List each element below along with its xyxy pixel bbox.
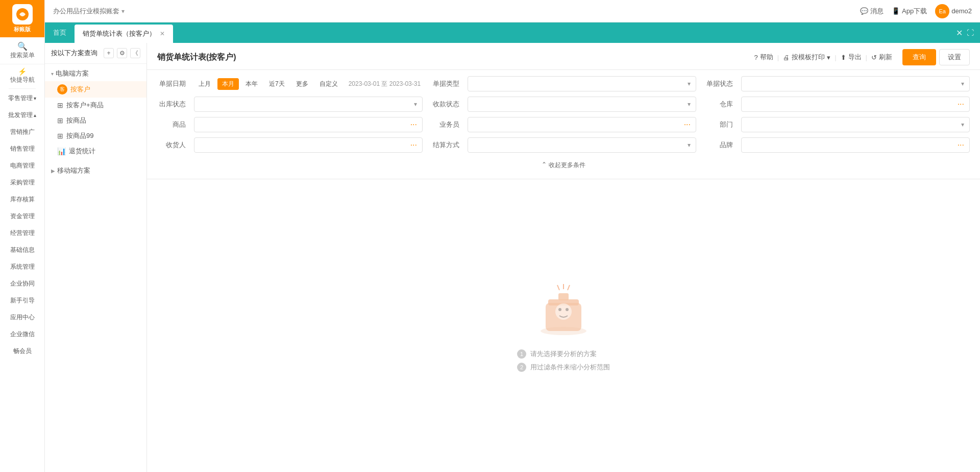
sidebar-item-enterprise[interactable]: 企业协同: [0, 275, 44, 292]
receiver-select[interactable]: ···: [194, 137, 423, 153]
dots-icon[interactable]: ···: [410, 140, 417, 150]
brand-select[interactable]: ···: [741, 137, 970, 153]
receiver-label: 收货人: [157, 140, 186, 150]
scheme-item-by-product[interactable]: ⊞ 按商品: [45, 113, 146, 128]
svg-rect-7: [558, 293, 569, 300]
sidebar-item-ecommerce[interactable]: 电商管理: [0, 157, 44, 174]
scheme-header-actions: + ⚙ 《: [104, 48, 140, 58]
logo-icon: [12, 4, 33, 25]
filter-row-2: 出库状态 ▾ 收款状态 ▾ 仓库: [157, 97, 970, 112]
help-icon: ?: [754, 54, 758, 61]
sidebar-item-retail[interactable]: 零售管理 ▾: [0, 90, 44, 107]
product-label: 商品: [157, 120, 186, 129]
page-header-actions: ? 帮助 | 🖨 按模板打印 ▾ | ⬆ 导出 |: [754, 49, 970, 65]
warehouse-select[interactable]: ···: [741, 97, 970, 112]
dots-icon[interactable]: ···: [958, 100, 964, 109]
settings-button[interactable]: 设置: [939, 49, 970, 65]
brand-label: 品牌: [704, 140, 733, 150]
scheme-add-button[interactable]: +: [104, 48, 114, 58]
date-shortcuts: 上月 本月 本年 近7天 更多 自定义 2023-03-01 至 2023-03…: [194, 78, 421, 90]
tab-close-icon[interactable]: ✕: [160, 30, 165, 37]
sidebar-item-operation[interactable]: 经营管理: [0, 225, 44, 242]
refresh-button[interactable]: ↺ 刷新: [871, 53, 892, 62]
chevron-down-icon: ▾: [961, 80, 964, 87]
collect-status-label: 收款状态: [431, 100, 459, 109]
order-status-select[interactable]: ▾: [741, 76, 970, 91]
sidebar-quicknav[interactable]: ⚡ 快捷导航: [0, 64, 44, 87]
sidebar-item-sales[interactable]: 销售管理: [0, 140, 44, 157]
chevron-down-icon: ▾: [688, 141, 691, 149]
chevron-up-icon: ⌃: [542, 161, 547, 170]
scheme-desktop-title[interactable]: ▾ 电脑端方案: [45, 66, 146, 81]
tab-sales-stat[interactable]: 销货单统计表（按客户） ✕: [75, 25, 173, 43]
sidebar-logo[interactable]: 标账版: [0, 0, 44, 37]
filter-row-1: 单据日期 上月 本月 本年 近7天 更多 自定义 2023-03-01 至 20…: [157, 76, 970, 91]
date-shortcut-more[interactable]: 更多: [291, 78, 313, 90]
export-icon: ⬆: [841, 54, 846, 61]
sidebar-item-system[interactable]: 系统管理: [0, 258, 44, 275]
date-shortcut-last-month[interactable]: 上月: [194, 78, 215, 90]
date-shortcut-custom[interactable]: 自定义: [315, 78, 342, 90]
scheme-item-by-customer[interactable]: 客 按客户: [45, 81, 146, 98]
scheme-mobile-title[interactable]: ▶ 移动端方案: [45, 163, 146, 178]
chevron-down-icon: ▾: [414, 101, 417, 108]
sidebar-item-wechat[interactable]: 企业微信: [0, 326, 44, 343]
scheme-item-by-product-99[interactable]: ⊞ 按商品99: [45, 128, 146, 144]
message-icon: 💬: [860, 7, 868, 15]
sidebar-item-inventory[interactable]: 库存核算: [0, 191, 44, 208]
tab-home[interactable]: 首页: [45, 22, 75, 43]
print-button[interactable]: 🖨 按模板打印 ▾: [783, 53, 830, 62]
chevron-down-icon: ▾: [688, 80, 691, 87]
export-button[interactable]: ⬆ 导出: [841, 53, 862, 62]
top-header: 办公用品行业模拟账套 ▾ 💬 消息 📱 App下载 Ea demo2: [45, 0, 980, 22]
scheme-item-by-customer-product[interactable]: ⊞ 按客户+商品: [45, 98, 146, 113]
sidebar-item-marketing[interactable]: 营销推广: [0, 124, 44, 140]
dots-icon[interactable]: ···: [684, 120, 691, 129]
empty-tips: 1 请先选择要分析的方案 2 用过滤条件来缩小分析范围: [517, 349, 610, 372]
date-label: 单据日期: [157, 79, 186, 88]
sidebar-item-basic[interactable]: 基础信息: [0, 242, 44, 258]
sidebar-item-finance[interactable]: 资金管理: [0, 208, 44, 225]
window-maximize-icon[interactable]: ⛶: [967, 29, 974, 37]
dots-icon[interactable]: ···: [410, 120, 417, 129]
product-select[interactable]: ···: [194, 117, 423, 132]
dots-icon[interactable]: ···: [958, 140, 964, 150]
svg-point-5: [558, 308, 561, 311]
breadcrumb-dropdown-icon[interactable]: ▾: [121, 8, 125, 15]
sidebar-search[interactable]: 🔍 搜索菜单: [0, 37, 44, 64]
sidebar-item-purchase[interactable]: 采购管理: [0, 174, 44, 191]
scheme-collapse-button[interactable]: 《: [130, 48, 140, 58]
sidebar-item-member[interactable]: 畅会员: [0, 343, 44, 360]
chevron-up-icon: ▴: [34, 112, 36, 118]
department-select[interactable]: ▾: [741, 117, 970, 132]
sidebar-item-wholesale[interactable]: 批发管理 ▴: [0, 107, 44, 124]
grid-icon: ⊞: [57, 101, 63, 109]
window-close-icon[interactable]: ✕: [956, 28, 963, 38]
order-type-label: 单据类型: [431, 79, 459, 88]
message-button[interactable]: 💬 消息: [860, 7, 884, 16]
date-shortcut-this-month[interactable]: 本月: [217, 78, 239, 90]
app-download-button[interactable]: 📱 App下载: [892, 7, 927, 16]
salesperson-select[interactable]: ···: [468, 117, 696, 132]
collapse-bar[interactable]: ⌃ 收起更多条件: [157, 158, 970, 173]
collect-status-select[interactable]: ▾: [468, 97, 696, 112]
scheme-settings-button[interactable]: ⚙: [117, 48, 127, 58]
date-control: 上月 本月 本年 近7天 更多 自定义 2023-03-01 至 2023-03…: [194, 78, 423, 90]
date-shortcut-this-year[interactable]: 本年: [241, 78, 262, 90]
chevron-down-icon: ▾: [961, 121, 964, 128]
refresh-icon: ↺: [871, 54, 877, 61]
logo-text: 标账版: [14, 26, 31, 33]
scheme-item-return-stat[interactable]: 📊 退货统计: [45, 144, 146, 159]
out-status-select[interactable]: ▾: [194, 97, 423, 112]
settle-select[interactable]: ▾: [468, 137, 696, 153]
sidebar-item-newbie[interactable]: 新手引导: [0, 292, 44, 309]
date-shortcut-7days[interactable]: 近7天: [264, 78, 289, 90]
help-button[interactable]: ? 帮助: [754, 53, 773, 62]
page-title: 销货单统计表(按客户): [157, 52, 236, 63]
print-dropdown-icon[interactable]: ▾: [827, 54, 830, 61]
query-button[interactable]: 查询: [902, 49, 936, 65]
sidebar-item-appcenter[interactable]: 应用中心: [0, 309, 44, 326]
order-type-select[interactable]: ▾: [468, 76, 696, 91]
scheme-mobile-section: ▶ 移动端方案: [45, 161, 146, 180]
user-profile-button[interactable]: Ea demo2: [935, 4, 972, 18]
